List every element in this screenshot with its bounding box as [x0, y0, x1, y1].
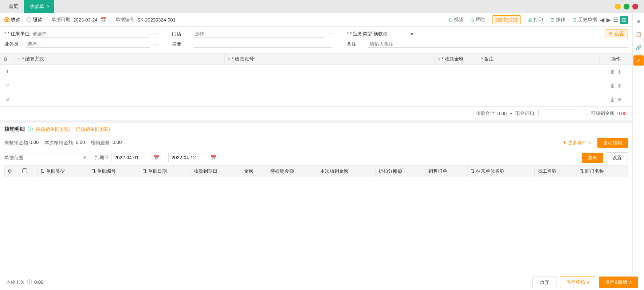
th-discount: 折扣分摊额 [375, 165, 425, 177]
action-print[interactable]: 🖨 打印 [528, 16, 543, 23]
row-3-remark[interactable] [478, 93, 599, 106]
counterparty-more-btn[interactable]: ··· [153, 31, 157, 37]
diff-value: 0.00 [113, 140, 122, 146]
done-tab-link[interactable]: 已核销单据(0笔) [76, 126, 110, 133]
row-3-amount[interactable] [434, 93, 478, 106]
date-label: 到期日 [95, 154, 109, 161]
more-conditions-btn[interactable]: ▼ 更多条件 ∧ [562, 140, 592, 146]
auto-cancel-button[interactable]: 自动核销 [597, 138, 628, 148]
remark-input[interactable] [368, 40, 628, 48]
sidebar-table-icon[interactable]: ⊞ [633, 16, 644, 26]
th-dept-name: ⇅ 部门名称 [577, 165, 628, 177]
row-1-amount[interactable] [434, 65, 478, 79]
row-3-delete-icon[interactable]: 🗑 [610, 97, 615, 102]
pending-tab-label: 待核销单据(0笔) [36, 126, 70, 132]
action-history-label: 历史单据 [578, 16, 597, 23]
row-2-copy-icon[interactable]: ⊕ [617, 83, 622, 89]
list-view-icon[interactable]: ☰ [613, 16, 618, 23]
section-divider [0, 120, 632, 123]
row-1-settlement[interactable] [15, 65, 225, 79]
discount-input[interactable] [538, 110, 582, 117]
row-1-remark[interactable] [478, 65, 599, 79]
date-from-input[interactable] [111, 153, 151, 162]
settings-button[interactable]: ⚙ 设置 [605, 30, 628, 38]
salesman-more-btn[interactable]: ··· [153, 41, 157, 47]
counterparty-input[interactable] [31, 30, 149, 38]
row-2-account[interactable] [224, 79, 434, 93]
filter-right: 查询 设置 [582, 152, 628, 163]
select-all-checkbox[interactable] [22, 168, 27, 173]
prev-icon[interactable]: ◀ [600, 16, 604, 23]
query-button[interactable]: 查询 [582, 153, 603, 163]
gear-icon-bottom[interactable]: ⚙ [8, 168, 12, 174]
window-controls [612, 4, 641, 9]
row-2-delete-icon[interactable]: 🗑 [610, 83, 615, 89]
tab-bar: 首页 收款单 × [0, 0, 644, 13]
shortcut-button[interactable]: ⌨ 快捷键 [492, 15, 521, 24]
row-1-copy-icon[interactable]: ⊕ [617, 69, 622, 75]
action-video[interactable]: ⊙ 视频 [449, 16, 463, 23]
calendar-icon[interactable]: 📅 [101, 17, 106, 23]
date-to-calendar-icon[interactable]: 📅 [211, 155, 216, 160]
row-2-remark[interactable] [478, 79, 599, 93]
bottom-settings-button[interactable]: 设置 [606, 152, 628, 163]
save-draft-button[interactable]: 保存草稿 ∧ [560, 277, 596, 288]
abandon-button[interactable]: 放弃 [532, 277, 557, 288]
radio-receipt[interactable]: 收款 [4, 16, 20, 23]
action-history[interactable]: 🗒 历史单据 [572, 16, 597, 23]
sidebar-expand-icon[interactable]: ⤢ [633, 55, 644, 66]
row-3-settlement[interactable] [15, 93, 225, 106]
salesman-input[interactable] [26, 40, 150, 48]
shortcut-icon: ⌨ [495, 17, 502, 23]
range-select[interactable]: ▼ [25, 153, 90, 162]
gear-icon[interactable]: ⚙ [3, 56, 8, 62]
action-help-label: 帮助 [475, 16, 485, 23]
tab-close-icon[interactable]: × [47, 0, 50, 13]
window-close-button[interactable] [632, 4, 638, 9]
balance-value: 0.00 [34, 279, 43, 285]
summary-input[interactable] [193, 40, 332, 48]
bt-arrow-icon[interactable]: ▼ [409, 31, 414, 37]
radio-receipt-label: 收款 [11, 16, 20, 23]
info-icon[interactable]: ⓘ [28, 126, 33, 133]
pending-tab-link[interactable]: 待核销单据(0笔) [36, 126, 70, 133]
store-more-btn[interactable]: ··· [327, 31, 332, 37]
row-1-account[interactable] [224, 65, 434, 79]
radio-refund-circle [26, 17, 31, 22]
business-type-select[interactable]: 预收款 ▼ [373, 31, 414, 37]
balance-info-icon[interactable]: ⓘ [27, 279, 32, 286]
uncancelled-label: 未核销金额 [4, 140, 28, 146]
action-print-label: 打印 [534, 16, 543, 23]
net-label: 可核销金额 [591, 110, 614, 117]
next-icon[interactable]: ▶ [606, 16, 611, 23]
th-amount: ⇅ * 收款金额 [434, 54, 478, 65]
date-from-calendar-icon[interactable]: 📅 [153, 155, 159, 160]
required-star: * [4, 31, 6, 36]
row-3-copy-icon[interactable]: ⊕ [617, 97, 622, 102]
row-3-account[interactable] [224, 93, 434, 106]
doc-no-value: SK-20230324-001 [137, 17, 176, 23]
bt-required-star: * [347, 31, 349, 36]
business-type-field: * * 业务类型 预收款 ▼ ⚙ 设置 [347, 30, 628, 38]
action-help[interactable]: ⊙ 帮助 [470, 16, 485, 23]
tab-home[interactable]: 首页 [3, 0, 24, 13]
grid-view-icon[interactable]: ⊞ [620, 16, 628, 24]
tab-current[interactable]: 收款单 × [24, 0, 54, 13]
date-to-input[interactable] [168, 153, 208, 162]
sidebar-link-icon[interactable]: 🔗 [633, 42, 644, 52]
action-operate[interactable]: ☰ 操作 [550, 16, 565, 23]
stats-row: 未核销金额 0.00 本次核销金额: 0.00 核销差额: 0.00 ▼ 更多条… [4, 136, 628, 150]
row-2-amount[interactable] [434, 79, 478, 93]
save-new-button[interactable]: 保存&新增 ∧ [599, 277, 638, 288]
sidebar-file-icon[interactable]: 📋 [633, 29, 644, 39]
counterparty-label: * * 往来单位 [4, 31, 30, 37]
current-cancel-stat: 本次核销金额: 0.00 [44, 140, 85, 146]
th-checkbox-select [19, 165, 38, 177]
window-minimize-button[interactable] [615, 4, 621, 9]
row-2-settlement[interactable] [15, 79, 225, 93]
view-icons: ◀ ▶ ☰ ⊞ [600, 16, 628, 24]
radio-refund[interactable]: 退款 [26, 16, 42, 23]
row-1-delete-icon[interactable]: 🗑 [610, 69, 615, 75]
store-input[interactable] [193, 30, 325, 38]
window-maximize-button[interactable] [624, 4, 629, 9]
